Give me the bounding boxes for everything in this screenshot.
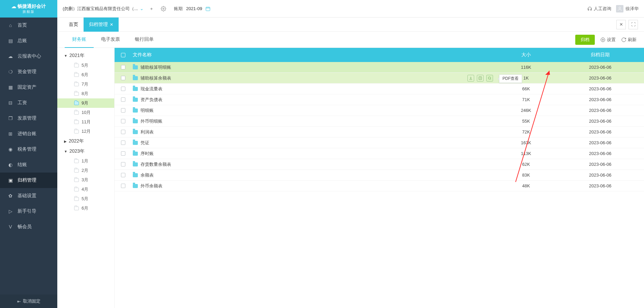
nav-close[interactable]: ◐结账 bbox=[0, 157, 57, 173]
row-checkbox[interactable] bbox=[121, 151, 125, 156]
close-icon[interactable]: ✕ bbox=[110, 22, 113, 27]
tree-year[interactable]: ▼2021年 bbox=[57, 51, 114, 61]
folder-icon bbox=[133, 152, 138, 156]
guide-icon: ▷ bbox=[7, 208, 13, 214]
file-row[interactable]: 序时账 113K 2023-06-06 bbox=[115, 148, 644, 159]
nav-archive[interactable]: ▣归档管理 bbox=[0, 173, 57, 188]
tree-month[interactable]: 8月 bbox=[57, 89, 114, 98]
tree-month[interactable]: 5月 bbox=[57, 194, 114, 204]
export-icon[interactable] bbox=[477, 75, 484, 82]
pdf-view-icon[interactable] bbox=[486, 75, 493, 82]
file-row[interactable]: 存货数量余额表 62K 2023-06-06 bbox=[115, 159, 644, 170]
nav-fixed-asset[interactable]: ▦固定资产 bbox=[0, 80, 57, 95]
tree-month[interactable]: 10月 bbox=[57, 108, 114, 117]
user-menu[interactable]: 徐泽华 bbox=[616, 5, 639, 12]
nav-ledger[interactable]: ▤总账 bbox=[0, 33, 57, 49]
tree-month[interactable]: 2月 bbox=[57, 166, 114, 175]
row-checkbox[interactable] bbox=[121, 184, 125, 188]
row-checkbox[interactable] bbox=[121, 173, 125, 177]
tree-month[interactable]: 1月 bbox=[57, 156, 114, 166]
calendar-icon[interactable] bbox=[204, 4, 212, 13]
consult-button[interactable]: 人工咨询 bbox=[587, 6, 611, 12]
file-row[interactable]: 辅助核算明细账 116K 2023-06-06 bbox=[115, 62, 644, 73]
row-checkbox[interactable] bbox=[121, 108, 125, 113]
user-name: 徐泽华 bbox=[625, 6, 639, 12]
row-checkbox[interactable] bbox=[121, 119, 125, 123]
file-name: 余额表 bbox=[141, 172, 154, 178]
close-all-tabs-button[interactable]: ✕ bbox=[616, 20, 626, 29]
row-checkbox[interactable] bbox=[121, 76, 125, 80]
nav-invoice[interactable]: ❐发票管理 bbox=[0, 111, 57, 126]
tree-month[interactable]: 6月 bbox=[57, 70, 114, 80]
row-checkbox[interactable] bbox=[121, 87, 125, 91]
sidebar: ☁畅捷通好会计 旗舰版 ⌂首页▤总账☁云报表中心❍资金管理▦固定资产⊟工资❐发票… bbox=[0, 0, 57, 308]
tree-month[interactable]: 5月 bbox=[57, 61, 114, 70]
file-row[interactable]: 外币明细账 55K 2023-06-06 bbox=[115, 116, 644, 127]
file-date: 2023-06-06 bbox=[556, 151, 644, 156]
tab-archive[interactable]: 归档管理✕ bbox=[84, 18, 119, 32]
file-row[interactable]: 现金流量表 66K 2023-06-06 bbox=[115, 84, 644, 94]
nav-member[interactable]: V畅会员 bbox=[0, 219, 57, 235]
unpin-button[interactable]: ⇤取消固定 bbox=[0, 295, 57, 308]
nav-settings[interactable]: ✿基础设置 bbox=[0, 188, 57, 204]
refresh-link[interactable]: 刷新 bbox=[621, 37, 637, 43]
file-panel: 文件名称 大小 归档日期 辅助核算明细账 116K 2023-06-06 辅助核… bbox=[115, 48, 644, 308]
nav-label: 畅会员 bbox=[18, 224, 32, 230]
row-checkbox[interactable] bbox=[121, 141, 125, 145]
tree-month[interactable]: 7月 bbox=[57, 80, 114, 89]
file-size: 72K bbox=[496, 129, 556, 134]
row-checkbox[interactable] bbox=[121, 65, 125, 69]
tab-label: 首页 bbox=[69, 22, 78, 28]
fullscreen-button[interactable]: ⛶ bbox=[628, 20, 638, 29]
file-row[interactable]: 明细账 246K 2023-06-06 bbox=[115, 105, 644, 116]
file-row[interactable]: 凭证 163K 2023-06-06 bbox=[115, 137, 644, 148]
nav-fund[interactable]: ❍资金管理 bbox=[0, 64, 57, 80]
folder-icon bbox=[133, 173, 138, 177]
settings-link[interactable]: 设置 bbox=[600, 37, 616, 43]
file-row[interactable]: 资产负债表 71K 2023-06-06 bbox=[115, 94, 644, 105]
file-size: 113K bbox=[496, 151, 556, 156]
folder-icon bbox=[133, 65, 138, 69]
tree-month[interactable]: 11月 bbox=[57, 117, 114, 127]
folder-icon bbox=[133, 87, 138, 91]
gear-icon[interactable] bbox=[159, 4, 168, 13]
folder-icon bbox=[74, 130, 79, 133]
file-row[interactable]: 利润表 72K 2023-06-06 bbox=[115, 127, 644, 137]
company-selector[interactable]: (勿删）江西服宝精品有限责任公司（... ⌄ bbox=[63, 6, 144, 12]
download-icon[interactable] bbox=[467, 75, 474, 82]
file-name: 辅助核算余额表 bbox=[141, 75, 171, 81]
folder-icon bbox=[133, 130, 138, 134]
refresh-label: 刷新 bbox=[628, 37, 637, 43]
tree-month[interactable]: 4月 bbox=[57, 185, 114, 194]
nav-guide[interactable]: ▷新手引导 bbox=[0, 204, 57, 219]
nav-tax[interactable]: ◉税务管理 bbox=[0, 142, 57, 157]
tree-month[interactable]: 9月 bbox=[57, 98, 114, 108]
period-value[interactable]: 2021-09 bbox=[186, 6, 202, 11]
folder-icon bbox=[133, 76, 138, 80]
row-checkbox[interactable] bbox=[121, 97, 125, 102]
nav-home[interactable]: ⌂首页 bbox=[0, 18, 57, 33]
archive-button[interactable]: 归档 bbox=[575, 35, 595, 45]
tree-month[interactable]: 3月 bbox=[57, 175, 114, 185]
file-row[interactable]: 余额表 83K 2023-06-06 bbox=[115, 170, 644, 181]
subtab-bank[interactable]: 银行回单 bbox=[127, 32, 161, 48]
tab-home[interactable]: 首页 bbox=[63, 18, 84, 32]
file-row[interactable]: 辅助核算余额表 1K 2023-06-06 PDF查看 bbox=[115, 73, 644, 84]
subtab-einv[interactable]: 电子发票 bbox=[94, 32, 127, 48]
nav-cloud-report[interactable]: ☁云报表中心 bbox=[0, 49, 57, 64]
nav-salary[interactable]: ⊟工资 bbox=[0, 95, 57, 111]
select-all-checkbox[interactable] bbox=[121, 53, 125, 57]
tree-month[interactable]: 12月 bbox=[57, 127, 114, 136]
subtab-fin[interactable]: 财务账 bbox=[65, 32, 94, 48]
tree-month[interactable]: 6月 bbox=[57, 204, 114, 213]
row-checkbox[interactable] bbox=[121, 162, 125, 166]
tree-year[interactable]: ▶2022年 bbox=[57, 136, 114, 146]
file-date: 2023-06-06 bbox=[556, 119, 644, 124]
row-checkbox[interactable] bbox=[121, 130, 125, 134]
add-button[interactable]: ＋ bbox=[147, 4, 156, 13]
month-label: 6月 bbox=[82, 205, 88, 211]
tree-year[interactable]: ▼2023年 bbox=[57, 146, 114, 156]
file-row[interactable]: 外币余额表 48K 2023-06-06 bbox=[115, 181, 644, 191]
fixed-asset-icon: ▦ bbox=[7, 84, 13, 90]
nav-psi[interactable]: ⊞进销台账 bbox=[0, 126, 57, 142]
